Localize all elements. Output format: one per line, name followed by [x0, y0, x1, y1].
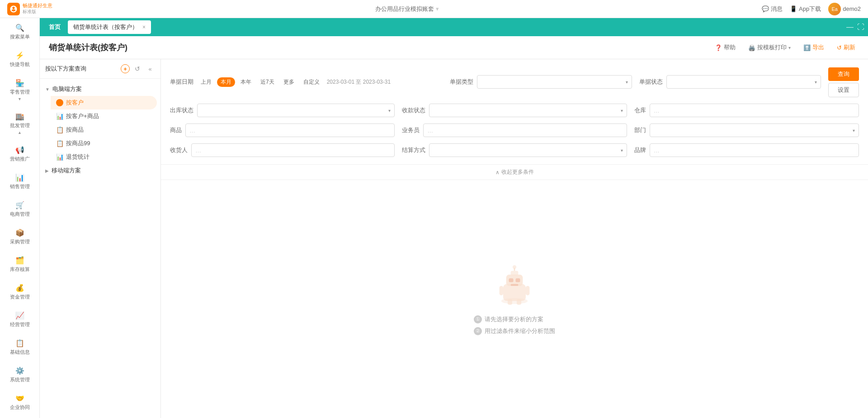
wholesale-icon: 🏬 — [15, 112, 24, 121]
tab-home[interactable]: 首页 — [43, 20, 66, 34]
collapse-button[interactable]: ∧ 收起更多条件 — [495, 168, 534, 176]
tree-items-pc: 按客户 📊 按客户+商品 📋 按商品 — [40, 96, 160, 164]
print-icon: 🖨️ — [748, 44, 755, 51]
tree-item-by-goods[interactable]: 📋 按商品 — [51, 123, 157, 137]
tree-item-by-goods99[interactable]: 📋 按商品99 — [51, 137, 157, 150]
filter-receiver: 收货人 … — [170, 143, 395, 157]
dept-control[interactable]: ▾ — [650, 124, 859, 137]
inventory-icon: 🗂️ — [15, 256, 24, 265]
receiver-dots: … — [195, 147, 202, 154]
tree-group-pc-header[interactable]: ▼ 电脑端方案 — [40, 82, 160, 96]
receipt-status-label: 收款状态 — [402, 106, 425, 114]
goods-control[interactable]: … — [185, 124, 395, 137]
date-btn-this-year[interactable]: 本年 — [237, 77, 255, 87]
retail-icon: 🏪 — [15, 79, 24, 87]
scheme-title: 按以下方案查询 — [45, 65, 86, 73]
sidebar-item-ecommerce[interactable]: 🛒 电商管理 — [0, 195, 39, 223]
logo-sub: 标准版 — [23, 9, 52, 15]
sidebar-item-guide[interactable]: 🔰 新手引导 — [0, 416, 39, 418]
sidebar-item-sales[interactable]: 📊 销售管理 — [0, 168, 39, 195]
sidebar-item-marketing[interactable]: 📢 营销推广 — [0, 140, 39, 168]
date-btn-last-month[interactable]: 上月 — [197, 77, 215, 87]
tab-bar: 首页 销货单统计表（按客户） × — ⛶ — [40, 18, 868, 36]
filter-dept: 部门 ▾ — [634, 124, 859, 137]
bill-status-control[interactable]: ▾ — [666, 75, 821, 89]
goods-dots: … — [189, 127, 196, 134]
receiver-control[interactable]: … — [191, 143, 395, 157]
tree-item-by-customer[interactable]: 按客户 — [51, 96, 157, 109]
date-btn-custom[interactable]: 自定义 — [300, 77, 323, 87]
out-status-control[interactable]: ▾ — [197, 104, 395, 117]
scheme-collapse-button[interactable]: « — [145, 64, 155, 74]
filter-staff: 业务员 … — [402, 124, 627, 137]
brand-label: 品牌 — [634, 146, 646, 154]
sidebar-item-wholesale[interactable]: 🏬 批发管理 ▲ — [0, 107, 39, 140]
marketing-icon: 📢 — [15, 146, 24, 154]
svg-rect-5 — [511, 284, 519, 285]
scheme-add-button[interactable]: + — [121, 64, 130, 73]
tree-item-return-stats[interactable]: 📊 退货统计 — [51, 150, 157, 164]
sidebar-item-enterprise[interactable]: 🤝 企业协同 — [0, 389, 39, 416]
chevron-icon: ▼ — [18, 97, 22, 101]
svg-rect-1 — [503, 284, 526, 301]
staff-control[interactable]: … — [423, 124, 627, 137]
svg-rect-10 — [511, 271, 519, 275]
maximize-button[interactable]: ⛶ — [857, 23, 864, 31]
sidebar-item-purchase[interactable]: 📦 采购管理 — [0, 223, 39, 251]
settlement-control[interactable]: ▾ — [429, 143, 627, 157]
dept-label: 部门 — [634, 126, 646, 134]
scheme-refresh-button[interactable]: ↺ — [132, 64, 142, 74]
template-print-button[interactable]: 🖨️ 按模板打印 ▾ — [745, 42, 794, 53]
receipt-status-arrow-icon: ▾ — [621, 108, 623, 113]
warehouse-dots: … — [654, 107, 660, 114]
shortcut-icon: ⚡ — [15, 51, 24, 60]
warehouse-label: 仓库 — [634, 106, 646, 114]
settings-button[interactable]: 设置 — [828, 83, 859, 97]
sidebar-item-inventory[interactable]: 🗂️ 库存核算 — [0, 251, 39, 278]
customer-circle-icon — [56, 99, 63, 106]
user-avatar[interactable]: Ea demo2 — [828, 3, 861, 15]
export-icon: ⬆️ — [803, 44, 811, 51]
filter-out-status: 出库状态 ▾ — [170, 104, 395, 117]
date-btn-7days[interactable]: 近7天 — [257, 77, 278, 87]
brand-control[interactable]: … — [650, 143, 859, 157]
date-btn-more[interactable]: 更多 — [280, 77, 298, 87]
app-download-button[interactable]: 📱 App下载 — [790, 5, 821, 13]
tree-arrow-mobile: ▶ — [45, 168, 49, 173]
receipt-status-control[interactable]: ▾ — [429, 104, 627, 117]
filter-goods: 商品 … — [170, 124, 395, 137]
minimize-button[interactable]: — — [846, 23, 854, 31]
tree-group-mobile-header[interactable]: ▶ 移动端方案 — [40, 164, 160, 177]
sidebar-item-operations[interactable]: 📈 经营管理 — [0, 306, 39, 333]
tree-item-by-customer-goods[interactable]: 📊 按客户+商品 — [51, 109, 157, 123]
sidebar-item-system[interactable]: ⚙️ 系统管理 — [0, 361, 39, 389]
tab-close-icon[interactable]: × — [142, 24, 146, 30]
scheme-actions: + ↺ « — [121, 64, 155, 74]
system-icon: ⚙️ — [15, 366, 24, 375]
query-button[interactable]: 查询 — [828, 67, 859, 81]
settlement-arrow-icon: ▾ — [621, 148, 623, 153]
sidebar-item-basic[interactable]: 📋 基础信息 — [0, 333, 39, 361]
help-button[interactable]: ❓ 帮助 — [711, 42, 739, 53]
warehouse-control[interactable]: … — [650, 104, 859, 117]
date-label: 单据日期 — [170, 78, 193, 86]
empty-illustration — [492, 263, 537, 310]
date-btn-this-month[interactable]: 本月 — [217, 77, 235, 87]
bill-type-control[interactable]: ▾ — [477, 75, 632, 89]
scheme-tree: ▼ 电脑端方案 按客户 📊 — [40, 79, 160, 418]
sidebar-item-search[interactable]: 🔍 搜索菜单 — [0, 18, 39, 46]
refresh-button[interactable]: ↺ 刷新 — [833, 42, 859, 53]
sidebar-item-shortcut[interactable]: ⚡ 快捷导航 — [0, 46, 39, 73]
breadcrumb: 办公用品行业模拟账套 ▾ — [375, 5, 439, 13]
logo: 畅捷通好生意 标准版 — [7, 3, 52, 15]
ecommerce-icon: 🛒 — [15, 201, 24, 209]
svg-rect-8 — [508, 299, 512, 305]
export-button[interactable]: ⬆️ 导出 — [800, 42, 828, 53]
settlement-label: 结算方式 — [402, 146, 425, 154]
tab-sales-stats[interactable]: 销货单统计表（按客户） × — [68, 20, 151, 34]
sidebar-item-retail[interactable]: 🏪 零售管理 ▼ — [0, 73, 39, 107]
message-button[interactable]: 💬 消息 — [762, 5, 783, 13]
sidebar-item-finance[interactable]: 💰 资金管理 — [0, 278, 39, 306]
download-icon: 📱 — [790, 5, 797, 12]
logo-icon — [7, 3, 20, 15]
